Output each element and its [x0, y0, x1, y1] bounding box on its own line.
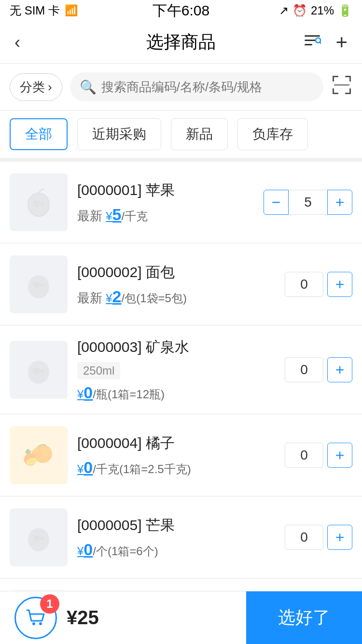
location-icon: ↗	[279, 4, 289, 17]
product-thumb: 智+	[10, 508, 68, 566]
product-name: [0000005] 芒果	[77, 516, 275, 535]
product-spec: 250ml	[77, 362, 120, 379]
battery-icon: 🔋	[338, 4, 352, 17]
product-info: [0000003] 矿泉水 250ml ¥0/瓶(1箱=12瓶)	[77, 337, 275, 402]
svg-point-38	[39, 622, 42, 625]
qty-input[interactable]	[285, 525, 323, 550]
tab-all[interactable]: 全部	[10, 118, 68, 150]
product-list: 智+ [0000001] 苹果 最新 ¥5/千克 − + 智+ [0000002…	[0, 162, 362, 644]
svg-rect-6	[333, 76, 334, 82]
qty-input[interactable]	[285, 443, 323, 468]
tab-negative[interactable]: 负库存	[237, 118, 308, 150]
category-button[interactable]: 分类 ›	[10, 73, 62, 101]
svg-rect-1	[305, 40, 316, 41]
product-item: 智+ [0000005] 芒果 ¥0/个(1箱=6个) +	[0, 497, 362, 578]
tab-new[interactable]: 新品	[171, 118, 228, 150]
product-name: [0000002] 面包	[77, 263, 275, 282]
cart-badge: 1	[40, 594, 59, 614]
qty-plus-button[interactable]: +	[327, 357, 352, 382]
battery-label: 21%	[311, 4, 334, 17]
product-info: [0000004] 橘子 ¥0/千克(1箱=2.5千克)	[77, 434, 275, 477]
page-title: 选择商品	[146, 30, 216, 54]
qty-plus-button[interactable]: +	[327, 190, 352, 215]
scan-icon[interactable]	[331, 74, 352, 100]
search-icon: 🔍	[80, 79, 97, 95]
qty-input[interactable]	[289, 190, 327, 215]
qty-control: +	[285, 525, 352, 550]
qty-control: +	[285, 272, 352, 297]
product-price: 最新 ¥5/千克	[77, 205, 254, 224]
product-price: ¥0/瓶(1箱=12瓶)	[77, 383, 275, 402]
svg-rect-13	[334, 84, 349, 85]
qty-plus-button[interactable]: +	[327, 272, 352, 297]
filter-icon[interactable]	[304, 33, 321, 52]
alarm-icon: ⏰	[292, 4, 307, 17]
qty-input[interactable]	[285, 357, 323, 382]
qty-plus-button[interactable]: +	[327, 525, 352, 550]
nav-actions: +	[304, 31, 348, 54]
product-name: [0000003] 矿泉水	[77, 337, 275, 357]
product-info: [0000001] 苹果 最新 ¥5/千克	[77, 181, 254, 224]
cart-button[interactable]: 1	[14, 597, 57, 639]
cart-total: ¥25	[67, 607, 99, 629]
tab-bar: 全部 近期采购 新品 负库存	[0, 111, 362, 162]
tab-recent[interactable]: 近期采购	[77, 118, 161, 150]
svg-line-4	[320, 42, 321, 43]
product-item: 智+ [0000002] 面包 最新 ¥2/包(1袋=5包) +	[0, 244, 362, 325]
product-thumb: 智+	[10, 173, 68, 231]
product-name: [0000004] 橘子	[77, 434, 275, 453]
svg-rect-2	[305, 44, 312, 45]
svg-text:智+: 智+	[33, 281, 44, 289]
wifi-icon: 📶	[65, 4, 78, 17]
nav-bar: ‹ 选择商品 +	[0, 21, 362, 64]
product-info: [0000002] 面包 最新 ¥2/包(1袋=5包)	[77, 263, 275, 307]
svg-rect-12	[349, 88, 351, 94]
search-box: 🔍	[70, 72, 323, 101]
svg-text:智+: 智+	[33, 199, 44, 207]
product-item: [0000004] 橘子 ¥0/千克(1箱=2.5千克) +	[0, 415, 362, 496]
search-input[interactable]	[101, 80, 314, 95]
status-bar: 无 SIM 卡 📶 下午6:08 ↗ ⏰ 21% 🔋	[0, 0, 362, 21]
back-button[interactable]: ‹	[14, 32, 20, 53]
qty-plus-button[interactable]: +	[327, 443, 352, 468]
qty-input[interactable]	[285, 272, 323, 297]
svg-text:智+: 智+	[33, 367, 44, 375]
carrier-label: 无 SIM 卡	[10, 3, 60, 18]
product-thumb: 智+	[10, 341, 68, 399]
product-name: [0000001] 苹果	[77, 181, 254, 200]
status-right: ↗ ⏰ 21% 🔋	[279, 4, 352, 17]
filter-bar: 分类 › 🔍	[0, 64, 362, 111]
category-chevron: ›	[48, 80, 52, 95]
svg-rect-8	[349, 76, 351, 82]
add-button[interactable]: +	[335, 31, 348, 54]
svg-point-37	[32, 622, 35, 625]
product-item: 智+ [0000001] 苹果 最新 ¥5/千克 − +	[0, 162, 362, 243]
product-thumb	[10, 426, 68, 484]
status-left: 无 SIM 卡 📶	[10, 3, 78, 18]
confirm-button[interactable]: 选好了	[246, 591, 362, 644]
product-price: ¥0/个(1箱=6个)	[77, 540, 275, 559]
product-price: 最新 ¥2/包(1袋=5包)	[77, 287, 275, 307]
status-time: 下午6:08	[153, 1, 209, 21]
svg-rect-0	[305, 35, 320, 37]
qty-control: +	[285, 443, 352, 468]
product-price: ¥0/千克(1箱=2.5千克)	[77, 458, 275, 477]
product-info: [0000005] 芒果 ¥0/个(1箱=6个)	[77, 516, 275, 559]
svg-text:智+: 智+	[33, 534, 44, 542]
qty-minus-button[interactable]: −	[264, 190, 289, 215]
qty-control: +	[285, 357, 352, 382]
bottom-bar: 1 ¥25 选好了	[0, 591, 362, 644]
svg-rect-10	[333, 88, 334, 94]
category-label: 分类	[20, 79, 45, 96]
product-item: 智+ [0000003] 矿泉水 250ml ¥0/瓶(1箱=12瓶) +	[0, 326, 362, 414]
cart-area: 1 ¥25	[14, 597, 246, 639]
qty-control: − +	[264, 190, 352, 215]
product-thumb: 智+	[10, 255, 68, 313]
